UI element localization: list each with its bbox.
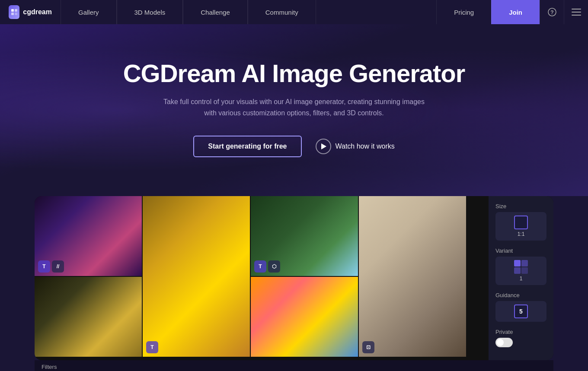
gallery-item-fantasy-city[interactable]: T // xyxy=(35,196,142,276)
image-badges: ⊡ xyxy=(362,341,374,353)
logo[interactable]: cgdream xyxy=(0,5,61,19)
guidance-value: 5 xyxy=(514,304,528,318)
svg-rect-1 xyxy=(15,9,17,12)
filters-bar: Filters xyxy=(35,360,553,371)
badge-text: T xyxy=(38,260,50,273)
gallery-item-golden-woman[interactable]: T xyxy=(143,196,250,357)
nav-item-gallery[interactable]: Gallery xyxy=(61,0,117,24)
gallery-item-angel-woman[interactable] xyxy=(35,277,142,357)
play-icon xyxy=(316,139,331,154)
size-indicator xyxy=(514,216,528,229)
badge-cube: ⬡ xyxy=(268,260,280,273)
badge-image: ⊡ xyxy=(362,341,374,353)
hamburger-icon xyxy=(572,9,581,16)
hero-actions: Start generating for free Watch how it w… xyxy=(0,136,588,157)
nav-join-button[interactable]: Join xyxy=(491,0,540,24)
svg-rect-7 xyxy=(572,12,581,13)
nav-items: Gallery 3D Models Challenge Community xyxy=(61,0,306,24)
variant-section: Variant 1 xyxy=(495,247,546,285)
gallery-item-futuristic-house[interactable]: T ⬡ xyxy=(251,196,358,276)
size-control[interactable]: 1:1 xyxy=(495,212,546,241)
guidance-control[interactable]: 5 xyxy=(495,301,546,322)
guidance-label: Guidance xyxy=(495,292,546,298)
logo-icon xyxy=(9,5,19,19)
svg-rect-8 xyxy=(572,15,581,16)
play-triangle xyxy=(321,143,326,149)
private-toggle[interactable] xyxy=(495,338,513,347)
variant-control[interactable]: 1 xyxy=(495,257,546,285)
guidance-section: Guidance 5 xyxy=(495,292,546,322)
svg-rect-6 xyxy=(572,9,581,10)
gallery-section: T // T T ⬡ ⊡ xyxy=(0,196,588,371)
start-generating-button[interactable]: Start generating for free xyxy=(193,136,301,157)
nav-item-challenge[interactable]: Challenge xyxy=(183,0,248,24)
help-icon: ? xyxy=(547,7,557,17)
gallery-item-cute-cat[interactable] xyxy=(251,277,358,357)
image-badges: T // xyxy=(38,260,64,273)
watch-how-it-works-button[interactable]: Watch how it works xyxy=(316,139,395,154)
svg-rect-3 xyxy=(15,13,17,15)
private-label: Private xyxy=(495,329,546,335)
nav-pricing[interactable]: Pricing xyxy=(436,0,491,24)
gallery-container: T // T T ⬡ ⊡ xyxy=(35,196,553,360)
size-section: Size 1:1 xyxy=(495,203,546,241)
nav-item-community[interactable]: Community xyxy=(248,0,316,24)
nav-right: Pricing Join ? xyxy=(436,0,588,24)
hero-title: CGDream AI Image Generator xyxy=(0,59,588,88)
size-value: 1:1 xyxy=(518,231,525,237)
gallery-grid: T // T T ⬡ ⊡ xyxy=(35,196,489,360)
hero-section: CGDream AI Image Generator Take full con… xyxy=(0,24,588,196)
nav-item-3d-models[interactable]: 3D Models xyxy=(117,0,183,24)
filters-label: Filters xyxy=(42,364,546,370)
gallery-item-robot-woman[interactable]: ⊡ xyxy=(359,196,466,357)
nav-help-button[interactable]: ? xyxy=(540,0,564,24)
svg-rect-0 xyxy=(11,9,14,12)
nav-menu-button[interactable] xyxy=(564,0,588,24)
size-label: Size xyxy=(495,203,546,209)
badge-stripes: // xyxy=(52,260,64,273)
image-badges: T xyxy=(146,341,158,353)
image-badges: T ⬡ xyxy=(254,260,280,273)
svg-rect-2 xyxy=(11,13,14,15)
private-section: Private xyxy=(495,329,546,347)
variant-label: Variant xyxy=(495,247,546,254)
logo-text: cgdream xyxy=(23,8,52,16)
gallery-sidebar: Size 1:1 Variant 1 xyxy=(489,196,553,360)
private-toggle-container xyxy=(495,338,546,347)
svg-text:?: ? xyxy=(550,10,553,16)
variant-value: 1 xyxy=(520,276,523,282)
variant-grid xyxy=(514,260,528,274)
badge-text: T xyxy=(146,341,158,353)
hero-subtitle: Take full control of your visuals with o… xyxy=(0,96,588,118)
badge-text: T xyxy=(254,260,266,273)
navbar: cgdream Gallery 3D Models Challenge Comm… xyxy=(0,0,588,24)
